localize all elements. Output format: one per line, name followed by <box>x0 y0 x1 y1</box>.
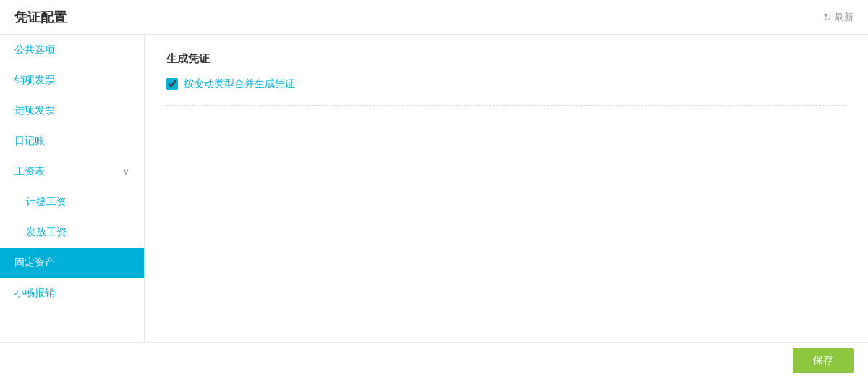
save-button[interactable]: 保存 <box>793 348 854 373</box>
refresh-button[interactable]: ↻ 刷新 <box>823 11 854 24</box>
refresh-label: 刷新 <box>835 11 854 24</box>
sidebar-item-journal[interactable]: 日记账 <box>0 126 144 156</box>
sidebar-item-label: 工资表 <box>14 165 45 178</box>
header: 凭证配置 ↻ 刷新 <box>0 0 868 35</box>
sidebar: 公共选项销项发票进项发票日记账工资表∨计提工资发放工资固定资产小畅报销 <box>0 35 145 342</box>
section-title: 生成凭证 <box>166 52 846 66</box>
divider <box>166 105 846 106</box>
merge-checkbox[interactable] <box>166 78 178 90</box>
sidebar-item-label: 小畅报销 <box>14 287 55 300</box>
sidebar-item-label: 进项发票 <box>14 104 55 117</box>
sidebar-item-label: 固定资产 <box>14 256 55 269</box>
page-title: 凭证配置 <box>14 9 67 26</box>
footer: 保存 <box>0 342 868 378</box>
content-area: 生成凭证 按变动类型合并生成凭证 <box>145 35 868 342</box>
sidebar-item-expense[interactable]: 小畅报销 <box>0 278 144 308</box>
sidebar-item-payroll[interactable]: 工资表∨ <box>0 156 144 187</box>
sidebar-item-purchase-invoice[interactable]: 进项发票 <box>0 96 144 126</box>
chevron-down-icon: ∨ <box>123 167 129 177</box>
sidebar-item-sales-invoice[interactable]: 销项发票 <box>0 65 144 96</box>
sidebar-item-public[interactable]: 公共选项 <box>0 35 144 65</box>
refresh-icon: ↻ <box>823 12 832 23</box>
sidebar-item-label: 公共选项 <box>14 43 55 56</box>
checkbox-row: 按变动类型合并生成凭证 <box>166 77 846 91</box>
checkbox-label[interactable]: 按变动类型合并生成凭证 <box>184 77 295 91</box>
sidebar-item-disbursement[interactable]: 发放工资 <box>0 217 144 248</box>
sidebar-item-label: 日记账 <box>14 135 45 148</box>
sidebar-item-label: 计提工资 <box>26 196 67 209</box>
sidebar-item-fixed-assets[interactable]: 固定资产 <box>0 248 144 278</box>
sidebar-item-label: 销项发票 <box>14 74 55 87</box>
main-content: 公共选项销项发票进项发票日记账工资表∨计提工资发放工资固定资产小畅报销 生成凭证… <box>0 35 868 342</box>
sidebar-item-label: 发放工资 <box>26 226 67 239</box>
sidebar-item-accrual[interactable]: 计提工资 <box>0 187 144 217</box>
